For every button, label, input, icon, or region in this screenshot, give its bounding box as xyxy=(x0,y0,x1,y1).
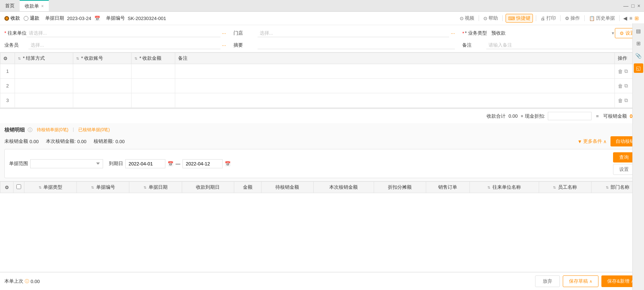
salesman-more-btn[interactable]: ··· xyxy=(222,42,226,48)
help-btn[interactable]: ⊙ 帮助 xyxy=(482,14,499,22)
discard-button[interactable]: 放弃 xyxy=(535,275,560,287)
due-date-to-input[interactable] xyxy=(182,159,223,168)
verify-settings-col[interactable]: ⚙ xyxy=(0,182,13,193)
video-btn[interactable]: ⊙ 视频 xyxy=(458,14,476,22)
unit-name-label: 往来单位名称 xyxy=(492,184,521,190)
sort-icon-dept[interactable]: ⇅ xyxy=(606,185,609,189)
due-date-to-calendar-icon[interactable]: 📅 xyxy=(225,161,231,166)
pending-tab[interactable]: 待核销单据(0笔) xyxy=(35,126,70,134)
maximize-icon[interactable]: □ xyxy=(631,3,634,9)
delete-row-icon-2[interactable]: 🗑 xyxy=(618,83,623,89)
sidebar-attach-icon[interactable]: 📎 xyxy=(634,51,643,60)
remark-input[interactable] xyxy=(486,41,640,49)
delete-row-icon-3[interactable]: 🗑 xyxy=(618,98,623,103)
prev-icon[interactable]: ◀ xyxy=(623,15,628,22)
sort-icon-docdate[interactable]: ⇅ xyxy=(144,185,146,189)
store-input[interactable] xyxy=(258,29,449,37)
doc-date-value: 2023-03-24 xyxy=(67,16,91,21)
salesman-field: 业务员 ··· xyxy=(4,41,226,49)
bottom-info-icon[interactable]: ⓘ xyxy=(25,278,29,285)
unverified-stat: 未核销金额 0.00 xyxy=(4,138,39,145)
doc-range-select[interactable] xyxy=(30,159,103,168)
verify-info-icon[interactable]: ⓘ xyxy=(28,127,32,133)
settings-gear-icon: ⚙ xyxy=(620,31,624,36)
sidebar-grid-icon[interactable]: ⊞ xyxy=(634,39,643,48)
doc-no-value: SK-20230324-001 xyxy=(128,16,166,21)
refund-radio[interactable]: 退款 xyxy=(24,15,39,21)
more-conditions-btn[interactable]: ▼ 更多条件 ∧ xyxy=(577,138,607,145)
amount-cell-2[interactable] xyxy=(131,79,175,93)
copy-row-icon-3[interactable]: ⧉ xyxy=(624,97,628,103)
amount-cell-3[interactable] xyxy=(131,93,175,108)
settings-button-2[interactable]: 设置 xyxy=(613,164,635,175)
from-unit-more-btn[interactable]: ··· xyxy=(222,30,226,36)
sort-icon-doctype[interactable]: ⇅ xyxy=(39,185,42,189)
done-tab[interactable]: 已核销单据(0笔) xyxy=(77,126,111,134)
available-label: 可核销金额 xyxy=(603,113,627,119)
salesman-input[interactable] xyxy=(28,41,220,49)
account-cell-3[interactable] xyxy=(73,93,131,108)
sales-order-col: 销售订单 xyxy=(426,182,470,193)
more-conditions-label: 更多条件 xyxy=(583,138,602,145)
sort-icon3[interactable]: ⇅ xyxy=(134,56,137,60)
sort-icon[interactable]: ⇅ xyxy=(18,56,21,60)
remark-cell-1[interactable] xyxy=(175,64,615,79)
remark-cell-3[interactable] xyxy=(175,93,615,108)
due-date-field: 到期日 📅 — 📅 xyxy=(109,159,231,168)
right-sidebar: ▤ ⊞ 📎 ◱ xyxy=(632,23,644,290)
sort-icon-docno[interactable]: ⇅ xyxy=(91,185,94,189)
summary-input[interactable] xyxy=(258,41,455,49)
doc-date-label: 单据日期 xyxy=(45,15,64,21)
remark-cell-2[interactable] xyxy=(175,79,615,93)
summary-field: 摘要 xyxy=(233,41,455,49)
discount-input[interactable] xyxy=(548,112,592,120)
tab-home[interactable]: 首页 xyxy=(0,0,20,11)
due-date-from-input[interactable] xyxy=(125,159,165,168)
shortcut-btn[interactable]: ⌨ 快捷键 xyxy=(506,14,533,23)
store-more-btn[interactable]: ··· xyxy=(451,30,455,36)
prev-next-label: 本单上次 xyxy=(4,278,23,285)
receipt-radio[interactable]: 收款 xyxy=(4,15,20,21)
select-all-checkbox[interactable] xyxy=(16,184,21,189)
payment-method-label: * 结算方式 xyxy=(23,55,45,61)
grid-view-icon[interactable]: ⊞ xyxy=(634,15,640,22)
copy-row-icon-1[interactable]: ⧉ xyxy=(624,68,628,74)
history-btn[interactable]: 📋 历史单据 xyxy=(588,14,616,22)
tab-receipt[interactable]: 收款单 × xyxy=(20,0,49,11)
minimize-icon[interactable]: — xyxy=(623,3,628,9)
main-content: 收款 退款 单据日期 2023-03-24 📅 单据编号 SK-20230324… xyxy=(0,12,644,290)
verify-tabs: 待核销单据(0笔) | 已核销单据(0笔) xyxy=(35,126,111,134)
copy-row-icon-2[interactable]: ⧉ xyxy=(624,83,628,89)
due-date-from-calendar-icon[interactable]: 📅 xyxy=(168,161,173,166)
tab-close-icon[interactable]: × xyxy=(41,4,44,9)
account-cell-1[interactable] xyxy=(73,64,131,79)
biz-type-dropdown-icon[interactable]: ▼ xyxy=(611,31,615,35)
payment-method-cell-2[interactable] xyxy=(15,79,73,93)
sidebar-table-icon[interactable]: ▤ xyxy=(634,26,643,36)
sort-icon2[interactable]: ⇅ xyxy=(76,56,79,60)
account-cell-2[interactable] xyxy=(73,79,131,93)
table-row: 3 🗑 ⧉ xyxy=(0,93,644,108)
sort-icon-staff[interactable]: ⇅ xyxy=(553,185,556,189)
payment-method-cell-3[interactable] xyxy=(15,93,73,108)
from-unit-input[interactable] xyxy=(27,29,220,37)
sidebar-expand-icon[interactable]: ◱ xyxy=(634,63,643,73)
current-verify-label: 本次核销金额 xyxy=(329,184,358,190)
list-view-icon[interactable]: ≡ xyxy=(629,15,633,22)
operation-btn[interactable]: ⚙ 操作 xyxy=(564,14,581,22)
sort-icon-unit[interactable]: ⇅ xyxy=(487,185,490,189)
settings-col-header[interactable]: ⚙ xyxy=(0,53,15,64)
payment-method-cell-1[interactable] xyxy=(15,64,73,79)
remark-label: 备注 xyxy=(178,55,188,61)
query-button[interactable]: 查询 xyxy=(613,152,635,162)
amount-cell-1[interactable] xyxy=(131,64,175,79)
print-btn[interactable]: 🖨 打印 xyxy=(539,14,557,22)
save-draft-button[interactable]: 保存草稿 ∧ xyxy=(563,275,598,287)
operation-icon: ⚙ xyxy=(565,16,569,21)
delete-row-icon-1[interactable]: 🗑 xyxy=(618,68,623,74)
from-unit-field: * 往来单位 ··· xyxy=(4,29,226,37)
calendar-icon[interactable]: 📅 xyxy=(94,16,100,21)
close-icon[interactable]: × xyxy=(637,3,640,9)
due-date-label: 到期日 xyxy=(109,160,123,167)
toolbar-right: ⊙ 视频 ⊙ 帮助 ⌨ 快捷键 🖨 打印 ⚙ 操作 xyxy=(458,14,640,23)
